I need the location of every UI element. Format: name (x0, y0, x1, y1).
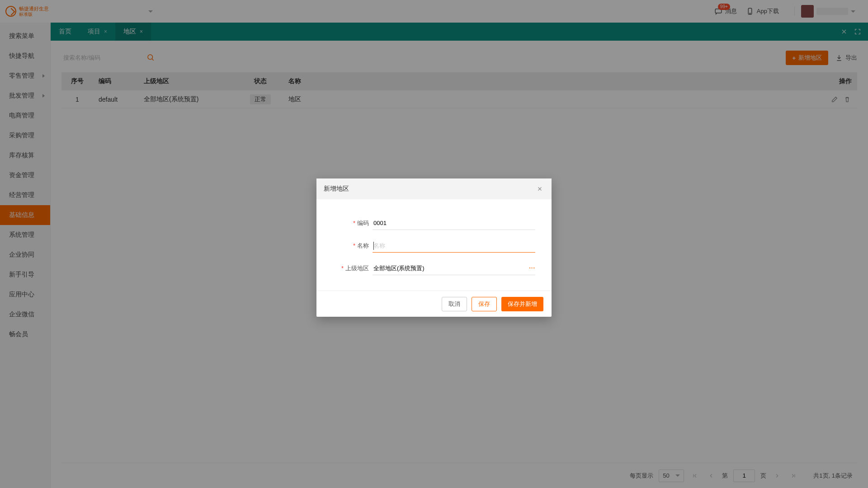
save-button[interactable]: 保存 (472, 297, 497, 311)
parent-input[interactable] (373, 262, 535, 275)
name-label: *名称 (333, 242, 373, 250)
name-input[interactable] (373, 239, 535, 253)
modal-footer: 取消 保存 保存并新增 (316, 291, 552, 317)
modal-header: 新增地区 (316, 178, 552, 199)
save-and-new-button[interactable]: 保存并新增 (501, 297, 543, 311)
cancel-button[interactable]: 取消 (442, 297, 467, 311)
modal-close-button[interactable] (535, 184, 544, 193)
code-input[interactable] (373, 216, 535, 230)
modal-title: 新增地区 (324, 185, 349, 193)
code-label: *编码 (333, 219, 373, 227)
parent-more-button[interactable]: ··· (529, 264, 535, 271)
parent-label: *上级地区 (333, 264, 373, 272)
close-icon (537, 186, 543, 192)
new-region-modal: 新增地区 *编码 *名称 *上级地区 (316, 178, 552, 317)
text-cursor (373, 242, 374, 250)
